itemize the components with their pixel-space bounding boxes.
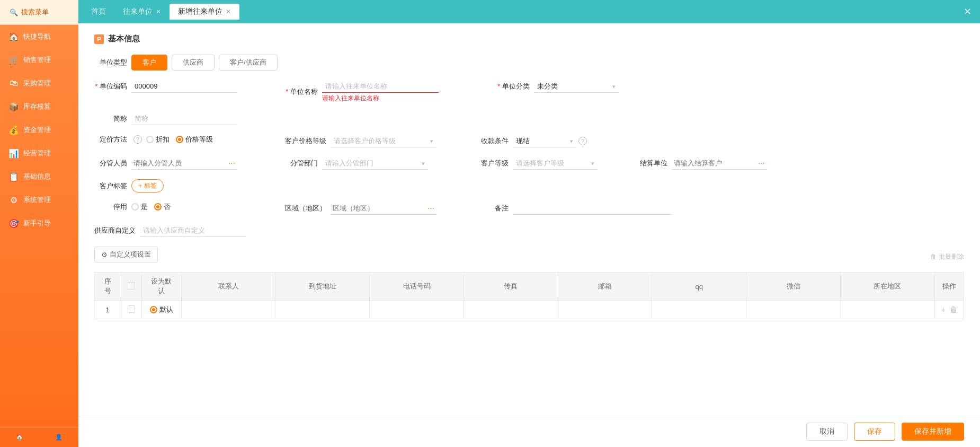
table-row: 1 默认 bbox=[95, 301, 964, 319]
customer-level-select-wrapper: 请选择客户等级 bbox=[513, 157, 598, 170]
sidebar-item-guide[interactable]: 🎯 新手引导 bbox=[0, 212, 78, 235]
pricing-discount-label: 折扣 bbox=[156, 135, 170, 144]
customer-level-select[interactable]: 请选择客户等级 bbox=[513, 157, 598, 170]
region-more-btn[interactable]: ··· bbox=[425, 204, 436, 213]
settlement-unit-group: 结算单位 ··· bbox=[635, 157, 964, 170]
payment-terms-help-icon[interactable]: ? bbox=[578, 137, 587, 145]
notes-group: 备注 bbox=[476, 202, 964, 215]
short-name-group: 简称 bbox=[94, 112, 264, 125]
cell-seq: 1 bbox=[95, 301, 121, 319]
payment-terms-label: 收款条件 bbox=[476, 136, 513, 146]
add-row-btn[interactable]: + bbox=[941, 305, 946, 314]
customer-price-label: 客户价格等级 bbox=[285, 136, 331, 146]
save-button[interactable]: 保存 bbox=[854, 423, 895, 441]
cell-address[interactable] bbox=[275, 301, 370, 319]
cell-wechat[interactable] bbox=[746, 301, 841, 319]
tab-close-all[interactable]: ✕ bbox=[959, 4, 976, 20]
sidebar-item-sales[interactable]: 🛒 销售管理 bbox=[0, 48, 78, 72]
phone-input[interactable] bbox=[376, 306, 457, 314]
row-checkbox[interactable] bbox=[128, 305, 135, 313]
pricing-help-icon[interactable]: ? bbox=[133, 135, 142, 144]
operations-icon: 📊 bbox=[8, 148, 19, 159]
unit-code-input[interactable] bbox=[131, 80, 237, 93]
tab-partners[interactable]: 往来单位 ✕ bbox=[114, 4, 170, 20]
home-icon: 🏠 bbox=[8, 31, 19, 42]
fax-input[interactable] bbox=[470, 306, 551, 314]
delete-row-btn[interactable]: 🗑 bbox=[950, 305, 957, 314]
unit-category-select[interactable]: 未分类 bbox=[534, 80, 619, 93]
pricing-discount-radio[interactable]: 折扣 bbox=[146, 135, 170, 144]
unit-name-input[interactable] bbox=[322, 80, 439, 93]
address-input[interactable] bbox=[282, 306, 363, 314]
sidebar-bottom-user[interactable]: 👤 bbox=[39, 432, 78, 443]
col-region: 所在地区 bbox=[841, 273, 935, 301]
cell-default: 默认 bbox=[141, 301, 181, 319]
sidebar-items: 🏠 快捷导航 🛒 销售管理 🛍 采购管理 📦 库存核算 💰 资金管理 📊 经营管… bbox=[0, 25, 78, 427]
cell-phone[interactable] bbox=[370, 301, 464, 319]
sidebar-item-purchase[interactable]: 🛍 采购管理 bbox=[0, 72, 78, 95]
tab-partners-close[interactable]: ✕ bbox=[156, 8, 161, 15]
sidebar-item-label: 基础信息 bbox=[23, 172, 51, 181]
sidebar-item-label: 销售管理 bbox=[23, 55, 51, 65]
short-name-input[interactable] bbox=[131, 112, 237, 125]
sidebar-item-label: 新手引导 bbox=[23, 218, 51, 228]
sidebar-bottom-home[interactable]: 🏠 bbox=[0, 432, 39, 443]
cell-region[interactable] bbox=[841, 301, 935, 319]
default-radio[interactable]: 默认 bbox=[148, 305, 175, 314]
tab-home-label: 首页 bbox=[91, 7, 106, 16]
select-all-checkbox[interactable] bbox=[128, 282, 135, 290]
unit-type-supplier[interactable]: 供应商 bbox=[172, 55, 215, 71]
unit-type-label: 单位类型 bbox=[94, 58, 131, 67]
sidebar-item-finance[interactable]: 💰 资金管理 bbox=[0, 118, 78, 142]
notes-input[interactable] bbox=[513, 202, 672, 215]
disabled-no-radio[interactable]: 否 bbox=[154, 202, 171, 212]
email-input[interactable] bbox=[565, 306, 646, 314]
add-tag-button[interactable]: + 标签 bbox=[131, 179, 164, 192]
unit-type-customer[interactable]: 客户 bbox=[131, 55, 167, 71]
footer: 取消 保存 保存并新增 bbox=[78, 416, 980, 447]
cell-contact[interactable] bbox=[181, 301, 275, 319]
payment-terms-select-wrapper: 现结 bbox=[513, 135, 576, 147]
department-group: 分管部门 请输入分管部门 bbox=[285, 157, 465, 170]
sidebar-item-system[interactable]: ⚙ 系统管理 bbox=[0, 188, 78, 212]
cancel-button[interactable]: 取消 bbox=[806, 423, 848, 441]
department-select[interactable]: 请输入分管部门 bbox=[322, 157, 428, 170]
manager-input[interactable] bbox=[131, 157, 226, 169]
unit-type-both[interactable]: 客户/供应商 bbox=[219, 55, 278, 71]
payment-terms-select[interactable]: 现结 bbox=[513, 135, 576, 147]
sidebar-search[interactable]: 🔍 搜索菜单 bbox=[0, 4, 78, 20]
cell-fax[interactable] bbox=[464, 301, 558, 319]
settlement-unit-input[interactable] bbox=[672, 157, 756, 169]
contact-input[interactable] bbox=[188, 306, 269, 314]
region-table-input[interactable] bbox=[847, 306, 928, 314]
customer-price-select[interactable]: 请选择客户价格等级 bbox=[331, 135, 436, 147]
cell-qq[interactable] bbox=[652, 301, 746, 319]
contacts-table: 序号 设为默认 联系人 到货地址 电话号码 传真 邮箱 qq 微信 所在地区 操… bbox=[94, 272, 964, 319]
customer-tag-label: 客户标签 bbox=[94, 181, 131, 191]
manager-more-btn[interactable]: ··· bbox=[226, 159, 237, 168]
region-input[interactable] bbox=[331, 202, 425, 214]
tab-new-partner-close[interactable]: ✕ bbox=[226, 8, 231, 15]
pricing-method-label: 定价方法 bbox=[94, 135, 131, 144]
tab-new-partner[interactable]: 新增往来单位 ✕ bbox=[170, 4, 239, 20]
wechat-input[interactable] bbox=[753, 306, 834, 314]
cell-email[interactable] bbox=[558, 301, 652, 319]
sidebar-item-inventory[interactable]: 📦 库存核算 bbox=[0, 95, 78, 118]
sidebar-search-label: 搜索菜单 bbox=[21, 7, 49, 17]
batch-delete-label[interactable]: 批量删除 bbox=[939, 252, 964, 261]
sidebar-item-operations[interactable]: 📊 经营管理 bbox=[0, 142, 78, 165]
pricing-grade-radio[interactable]: 价格等级 bbox=[176, 135, 213, 144]
tag-btn-label: 标签 bbox=[144, 181, 157, 190]
unit-type-buttons: 客户 供应商 客户/供应商 bbox=[131, 55, 278, 71]
sidebar-item-basic-info[interactable]: 📋 基础信息 bbox=[0, 165, 78, 188]
sales-icon: 🛒 bbox=[8, 55, 19, 65]
tab-home[interactable]: 首页 bbox=[83, 4, 114, 20]
qq-input[interactable] bbox=[658, 306, 740, 314]
sidebar-item-quick-nav[interactable]: 🏠 快捷导航 bbox=[0, 25, 78, 48]
short-name-label: 简称 bbox=[94, 114, 131, 124]
supplier-custom-input[interactable] bbox=[140, 224, 246, 237]
save-new-button[interactable]: 保存并新增 bbox=[902, 423, 964, 441]
settlement-more-btn[interactable]: ··· bbox=[756, 159, 767, 168]
custom-settings-button[interactable]: ⚙ 自定义项设置 bbox=[94, 247, 158, 262]
disabled-yes-radio[interactable]: 是 bbox=[131, 202, 148, 212]
